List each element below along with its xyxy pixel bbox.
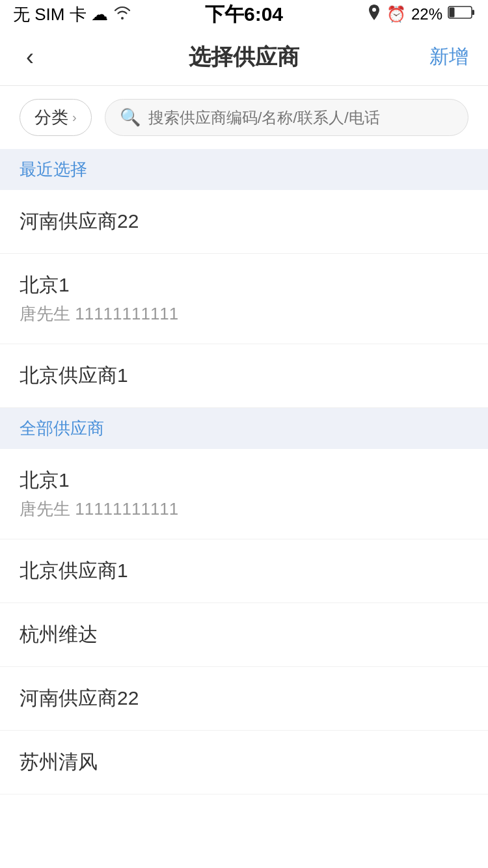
alarm-icon: ⏰ — [386, 5, 406, 23]
item-name: 河南供应商22 — [20, 208, 468, 235]
item-name: 杭州维达 — [20, 621, 468, 648]
location-icon — [367, 4, 381, 25]
recent-section-header: 最近选择 — [0, 149, 488, 190]
item-sub: 唐先生 11111111111 — [20, 498, 468, 521]
category-label: 分类 — [34, 106, 68, 129]
wifi-icon — [113, 5, 131, 25]
item-name: 北京1 — [20, 467, 468, 494]
battery-icon — [448, 5, 475, 23]
search-box[interactable]: 🔍 — [105, 99, 468, 136]
item-name: 北京供应商1 — [20, 362, 468, 389]
item-sub: 唐先生 11111111111 — [20, 303, 468, 325]
recent-section-label: 最近选择 — [20, 159, 87, 179]
all-section-header: 全部供应商 — [0, 408, 488, 449]
item-name: 苏州清风 — [20, 749, 468, 776]
search-input[interactable] — [148, 109, 454, 127]
list-item[interactable]: 河南供应商22 — [0, 667, 488, 731]
list-item[interactable]: 河南供应商22 — [0, 190, 488, 254]
list-item[interactable]: 北京供应商1 — [0, 344, 488, 408]
filter-bar: 分类 › 🔍 — [0, 86, 488, 149]
category-button[interactable]: 分类 › — [20, 99, 92, 136]
no-sim-label: 无 SIM 卡 ☁ — [13, 3, 108, 26]
all-section-label: 全部供应商 — [20, 418, 104, 438]
battery-label: 22% — [411, 5, 442, 23]
back-button[interactable]: ‹ — [20, 37, 40, 77]
svg-rect-1 — [472, 10, 475, 15]
status-left: 无 SIM 卡 ☁ — [13, 3, 131, 26]
search-icon: 🔍 — [120, 107, 141, 128]
list-item[interactable]: 杭州维达 — [0, 603, 488, 667]
list-item[interactable]: 苏州清风 — [0, 731, 488, 794]
list-item[interactable]: 北京供应商1 — [0, 539, 488, 603]
all-list: 北京1唐先生 11111111111北京供应商1杭州维达河南供应商22苏州清风 — [0, 449, 488, 794]
nav-bar: ‹ 选择供应商 新增 — [0, 29, 488, 86]
status-bar: 无 SIM 卡 ☁ 下午6:04 ⏰ 22% — [0, 0, 488, 29]
list-item[interactable]: 北京1唐先生 11111111111 — [0, 254, 488, 344]
status-right: ⏰ 22% — [367, 4, 475, 25]
item-name: 北京1 — [20, 272, 468, 299]
item-name: 北京供应商1 — [20, 558, 468, 584]
list-item[interactable]: 北京1唐先生 11111111111 — [0, 449, 488, 539]
recent-list: 河南供应商22北京1唐先生 11111111111北京供应商1 — [0, 190, 488, 408]
page-title: 选择供应商 — [189, 42, 299, 72]
add-button[interactable]: 新增 — [429, 44, 468, 70]
status-time: 下午6:04 — [205, 1, 283, 28]
item-name: 河南供应商22 — [20, 685, 468, 712]
svg-rect-2 — [450, 8, 455, 18]
chevron-right-icon: › — [72, 110, 77, 125]
